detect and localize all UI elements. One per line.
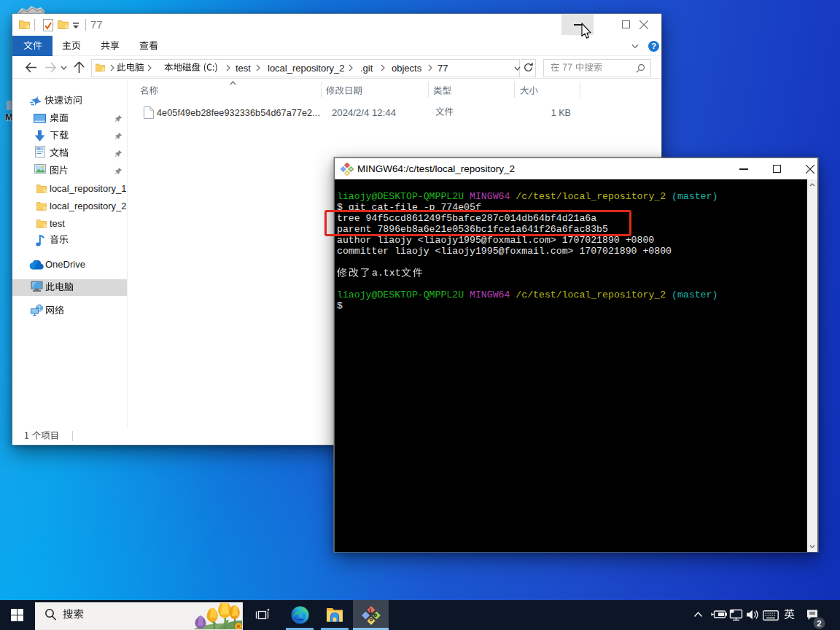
- svg-text:?: ?: [651, 42, 656, 50]
- svg-text:2: 2: [817, 619, 821, 628]
